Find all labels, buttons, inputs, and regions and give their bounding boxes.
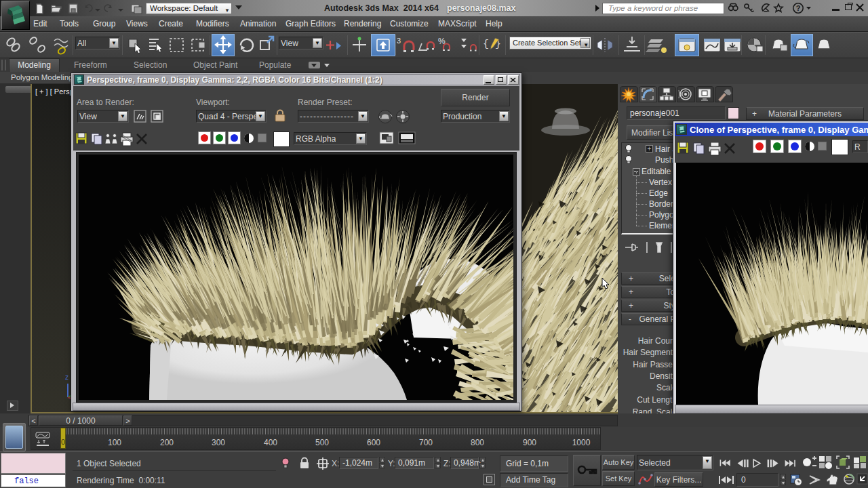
svg-text:?: ? xyxy=(796,4,801,12)
svg-text:z: z xyxy=(65,373,68,381)
svg-text:3: 3 xyxy=(397,37,401,45)
